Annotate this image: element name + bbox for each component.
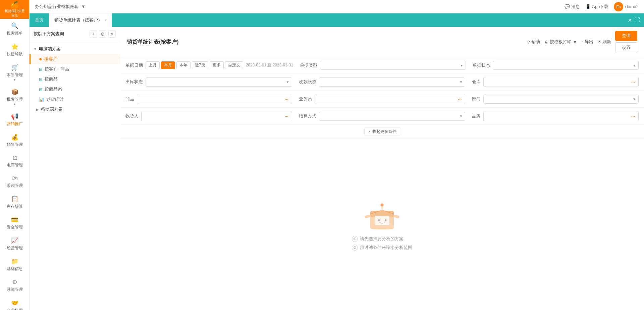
sidebar-item-ecommerce-label: 电商管理 xyxy=(7,162,23,168)
sidebar-item-sales[interactable]: 💰 销售管理 xyxy=(0,130,30,151)
svg-rect-8 xyxy=(364,214,371,218)
empty-state: ① 请先选择要分析的方案 ② 用过滤条件来缩小分析范围 xyxy=(120,139,644,310)
app-download-label: App下载 xyxy=(592,4,608,10)
settle-select-wrap xyxy=(319,112,466,121)
refresh-button[interactable]: ↺ 刷新 xyxy=(597,39,611,45)
tree-item-by-customer-goods[interactable]: ⊟ 按客户+商品 xyxy=(30,64,120,74)
brand-input[interactable]: ··· xyxy=(483,111,639,121)
staff-input[interactable]: ··· xyxy=(315,94,466,104)
add-scheme-button[interactable]: + xyxy=(90,30,97,38)
tree-item-by-goods[interactable]: ⊟ 按商品 xyxy=(30,74,120,84)
date-this-year[interactable]: 本年 xyxy=(176,61,191,69)
close-window-icon[interactable]: ✕ xyxy=(628,17,632,23)
tab-home[interactable]: 首页 xyxy=(30,13,49,27)
query-button[interactable]: 查询 xyxy=(615,31,637,41)
wholesale-arrow: ▲ xyxy=(13,102,16,106)
message-button[interactable]: 💬 消息 xyxy=(565,4,580,10)
receipt-status-select[interactable] xyxy=(319,78,466,87)
order-type-select[interactable] xyxy=(320,61,466,70)
warehouse-input[interactable]: ··· xyxy=(483,77,639,87)
sidebar-item-search[interactable]: 🔍 搜索菜单 xyxy=(0,19,30,40)
tree-group-pc-label: 电脑端方案 xyxy=(39,46,61,52)
collapse-button[interactable]: ∧ 收起更多条件 xyxy=(364,127,400,136)
sidebar-item-operation[interactable]: 📈 经营管理 xyxy=(0,234,30,254)
tree-group-pc[interactable]: ▼ 电脑端方案 xyxy=(30,44,120,54)
sidebar-item-system[interactable]: ⚙ 系统管理 xyxy=(0,275,30,296)
staff-dots: ··· xyxy=(458,97,462,102)
system-icon: ⚙ xyxy=(12,278,17,286)
export-button[interactable]: ↑ 导出 xyxy=(581,39,594,45)
help-icon: ? xyxy=(527,40,530,45)
search-icon: 🔍 xyxy=(11,22,18,30)
tree-group-mobile[interactable]: ▶ 移动端方案 xyxy=(30,104,120,114)
user-menu[interactable]: Ea demo2 xyxy=(614,2,639,11)
dept-select-wrap xyxy=(483,95,639,104)
date-this-month[interactable]: 本月 xyxy=(161,61,175,69)
ecommerce-icon: 🖥 xyxy=(12,154,18,161)
svg-rect-3 xyxy=(375,216,389,225)
order-status-filter: 单据状态 xyxy=(473,61,639,70)
settings-button[interactable]: 设置 xyxy=(615,42,637,53)
edit-scheme-button[interactable]: ⊙ xyxy=(99,30,106,38)
sidebar-item-retail[interactable]: 🛒 零售管理 ▼ xyxy=(0,60,30,85)
collapse-panel-button[interactable]: « xyxy=(108,30,116,38)
wholesale-icon: 📦 xyxy=(11,88,18,96)
goods-input[interactable]: ··· xyxy=(137,94,292,104)
sidebar-item-search-label: 搜索菜单 xyxy=(7,31,23,36)
sidebar-item-marketing-label: 营销推广 xyxy=(7,121,23,127)
tree-item-by-goods99[interactable]: ⊟ 按商品99 xyxy=(30,84,120,94)
app-logo: 🍊 畅捷信好生意 标版 xyxy=(0,0,30,19)
sidebar-item-wholesale[interactable]: 📦 批发管理 ▲ xyxy=(0,85,30,109)
filter-row-1: 单据日期 上月 本月 本年 近7天 更多 自定义 2023-03-01 至 20… xyxy=(120,57,644,73)
sidebar-item-purchase[interactable]: 🛍 采购管理 xyxy=(0,171,30,192)
empty-hint-1: ① 请先选择要分析的方案 xyxy=(352,236,412,242)
order-status-select[interactable] xyxy=(493,61,639,70)
export-label: 导出 xyxy=(585,39,593,45)
sidebar-item-basic-label: 基础信息 xyxy=(7,266,23,272)
sidebar-item-finance[interactable]: 💳 资金管理 xyxy=(0,213,30,234)
date-more[interactable]: 更多 xyxy=(210,61,224,69)
tree-item-goods-label: 按商品 xyxy=(45,76,58,82)
tree-item-return-stat[interactable]: 📊 退货统计 xyxy=(30,94,120,104)
sidebar-item-quicknav[interactable]: ⭐ 快捷导航 xyxy=(0,40,30,60)
sidebar-item-inventory[interactable]: 📋 库存核算 xyxy=(0,192,30,213)
receipt-status-label: 收款状态 xyxy=(299,79,316,85)
date-range-text: 2023-03-01 至 2023-03-31 xyxy=(246,62,293,68)
app-download-button[interactable]: 📱 App下载 xyxy=(585,4,608,10)
sidebar-item-retail-label: 零售管理 xyxy=(7,72,23,78)
filter-row-3: 商品 ··· 业务员 ··· 部门 xyxy=(120,91,644,108)
scheme-panel-header: 按以下方案查询 + ⊙ « xyxy=(30,27,120,41)
tab-close-button[interactable]: × xyxy=(104,18,107,22)
date-custom[interactable]: 自定义 xyxy=(225,61,243,69)
settle-select[interactable] xyxy=(319,112,466,121)
sidebar-item-basic[interactable]: 📁 基础信息 xyxy=(0,254,30,275)
top-header: 办公用品行业模拟账套 ▼ 💬 消息 📱 App下载 Ea demo2 xyxy=(30,0,644,13)
order-status-label: 单据状态 xyxy=(473,62,490,68)
page-actions: ? 帮助 🖨 按模板打印 ▼ ↑ 导出 ↺ 刷新 xyxy=(527,31,637,53)
collapse-row: ∧ 收起更多条件 xyxy=(120,125,644,139)
out-status-select[interactable] xyxy=(146,78,292,87)
date-last-7days[interactable]: 近7天 xyxy=(192,61,208,69)
goods-dots: ··· xyxy=(285,97,288,102)
sidebar-item-marketing[interactable]: 📢 营销推广 xyxy=(0,109,30,130)
tree-item-goods99-label: 按商品99 xyxy=(45,86,62,92)
settle-filter: 结算方式 xyxy=(299,112,466,121)
sidebar-item-ecommerce[interactable]: 🖥 电商管理 xyxy=(0,151,30,171)
settle-label: 结算方式 xyxy=(299,113,316,119)
tab-sales-stat[interactable]: 销货单统计表（按客户） × xyxy=(49,13,112,27)
tree-item-custgoods-icon: ⊟ xyxy=(39,67,43,72)
dept-select[interactable] xyxy=(483,95,639,104)
tree-item-by-customer[interactable]: ● 按客户 xyxy=(30,54,120,64)
help-button[interactable]: ? 帮助 xyxy=(527,39,540,45)
tree-item-returnstat-label: 退货统计 xyxy=(46,96,64,102)
order-type-select-wrap xyxy=(320,61,466,70)
date-buttons: 上月 本月 本年 近7天 更多 自定义 xyxy=(146,61,243,69)
scheme-panel: 按以下方案查询 + ⊙ « ▼ 电脑端方案 ● 按客户 ⊟ xyxy=(30,27,120,310)
maximize-window-icon[interactable]: ⛶ xyxy=(635,17,640,23)
receiver-input[interactable]: ··· xyxy=(141,111,292,121)
hint-num-1: ① xyxy=(352,236,358,242)
date-last-month[interactable]: 上月 xyxy=(146,61,160,69)
print-button[interactable]: 🖨 按模板打印 ▼ xyxy=(544,39,577,45)
brand-label: 品牌 xyxy=(472,113,481,119)
sidebar-item-enterprise[interactable]: 🤝 企业协同 xyxy=(0,296,30,310)
